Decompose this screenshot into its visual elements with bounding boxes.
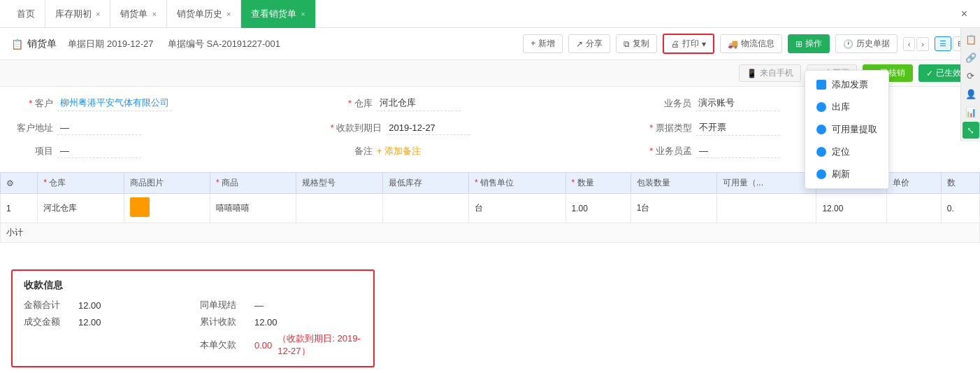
col-img: 商品图片	[124, 173, 210, 194]
doc-title-text: 销货单	[27, 38, 57, 50]
dropdown-outbound[interactable]: 出库	[805, 96, 888, 118]
tab-home[interactable]: 首页	[7, 0, 45, 28]
share-button[interactable]: ↗ 分享	[568, 34, 610, 53]
global-close-button[interactable]: ×	[956, 5, 973, 23]
payment-amount-row: 金额合计 12.00	[24, 299, 186, 311]
payment-same-order-value: —	[254, 300, 264, 311]
customer-value[interactable]: 柳州粤港平安气体有限公司	[57, 95, 172, 111]
tab-sales-history-close[interactable]: ×	[226, 10, 231, 18]
doc-title: 📋 销货单	[11, 38, 57, 50]
subtotal-row: 小计	[1, 223, 980, 243]
tab-inventory-label: 库存期初	[55, 8, 92, 20]
payment-due-value: 0.00	[254, 340, 272, 351]
col-price: 单价	[887, 173, 942, 194]
new-button[interactable]: + 新增	[523, 34, 562, 53]
payment-due-note: （收款到期日: 2019-12-27）	[278, 332, 362, 358]
logistics-button[interactable]: 🚚 物流信息	[720, 34, 782, 53]
row-img	[124, 194, 210, 223]
history-button[interactable]: 🕐 历史单据	[835, 34, 898, 53]
from-phone-button[interactable]: 📱 来自手机	[739, 64, 801, 82]
dropdown-locate[interactable]: 定位	[805, 141, 888, 163]
tab-sales-history[interactable]: 销货单历史 ×	[167, 0, 241, 28]
col-min-stock: 最低库存	[382, 173, 468, 194]
staff-value: 演示账号	[696, 95, 779, 111]
tab-sales-close[interactable]: ×	[152, 10, 156, 18]
sidebar-link-icon[interactable]: 🔗	[963, 49, 979, 66]
add-invoice-label: 添加发票	[832, 78, 868, 91]
gear-icon: ⚙	[6, 178, 14, 188]
row-product: 嘻嘻嘻嘻	[210, 194, 296, 223]
effective-icon: ✓	[926, 69, 933, 78]
prev-button[interactable]: ‹	[903, 37, 916, 51]
col-available: 可用量（...	[717, 173, 816, 194]
tab-inventory[interactable]: 库存期初 ×	[45, 0, 110, 28]
invoice-value: 不开票	[696, 120, 780, 136]
sidebar-expand-icon[interactable]: ⤡	[963, 122, 979, 139]
payment-same-order-row: 同单现结 —	[200, 299, 362, 311]
address-value: —	[57, 121, 141, 135]
warehouse-field: 仓库 河北仓库	[331, 95, 650, 111]
dropdown-available-qty[interactable]: 可用量提取	[805, 118, 888, 141]
phone-icon: 📱	[747, 69, 757, 78]
copy-button[interactable]: ⧉ 复制	[616, 34, 657, 53]
operate-button[interactable]: ⊞ 操作	[788, 34, 830, 53]
right-sidebar: 📋 🔗 ⟳ 👤 📊 ⤡	[960, 28, 980, 141]
sidebar-chart-icon[interactable]: 📊	[963, 104, 979, 120]
tab-inventory-close[interactable]: ×	[96, 10, 100, 18]
locate-label: 定位	[832, 146, 850, 158]
tab-view-sales-close[interactable]: ×	[301, 10, 305, 18]
payment-cumulative-row: 累计收款 12.00	[200, 316, 362, 328]
payment-cumulative-label: 累计收款	[200, 316, 249, 328]
doc-number-value: SA-20191227-001	[207, 38, 281, 49]
doc-date-value: 2019-12-27	[107, 38, 154, 49]
payment-title: 收款信息	[24, 279, 362, 292]
project-value: —	[57, 144, 141, 158]
copy-icon: ⧉	[624, 39, 630, 49]
col-warehouse: 仓库	[38, 173, 124, 194]
doc-title-icon: 📋	[11, 38, 23, 50]
row-other: 0.	[941, 194, 979, 223]
payment-amount-label: 金额合计	[24, 299, 73, 311]
refresh-icon	[816, 169, 826, 179]
sidebar-doc-icon[interactable]: 📋	[963, 31, 979, 48]
subtotal-label: 小计	[1, 223, 980, 243]
add-note-button[interactable]: + 添加备注	[377, 145, 421, 157]
next-button[interactable]: ›	[916, 37, 929, 51]
share-icon: ↗	[576, 39, 583, 49]
project-field: 项目 —	[11, 144, 331, 158]
col-pack-qty: 包装数量	[630, 173, 716, 194]
outbound-icon	[816, 102, 826, 112]
payment-transaction-row: 成交金额 12.00	[24, 316, 186, 328]
address-field: 客户地址 —	[11, 121, 331, 135]
col-gear: ⚙	[1, 173, 38, 194]
col-other: 数	[941, 173, 979, 194]
sidebar-refresh-icon[interactable]: ⟳	[963, 67, 979, 84]
dropdown-refresh[interactable]: 刷新	[805, 163, 888, 185]
dropdown-add-invoice[interactable]: 添加发票	[805, 73, 888, 96]
tab-bar: 首页 库存期初 × 销货单 × 销货单历史 × 查看销货单 × ×	[0, 0, 980, 28]
grid-icon: ⊞	[795, 39, 802, 49]
row-unit: 台	[469, 194, 566, 223]
doc-date-label: 单据日期 2019-12-27	[68, 38, 154, 50]
tab-view-sales[interactable]: 查看销货单 ×	[241, 0, 315, 28]
outbound-label: 出库	[832, 101, 850, 113]
note-field: 备注 + 添加备注	[331, 145, 650, 157]
product-image	[130, 197, 150, 217]
address-label: 客户地址	[11, 122, 53, 134]
refresh-label: 刷新	[832, 168, 850, 181]
nav-arrows: ‹ ›	[903, 37, 929, 51]
col-unit: 销售单位	[469, 173, 566, 194]
row-available	[717, 194, 816, 223]
truck-icon: 🚚	[728, 39, 738, 49]
tab-sales[interactable]: 销货单 ×	[110, 0, 166, 28]
sidebar-user-icon[interactable]: 👤	[963, 85, 979, 102]
payment-date-label: 收款到期日	[331, 122, 382, 134]
payment-cumulative-value: 12.00	[254, 317, 278, 328]
staff-label: 业务员	[649, 97, 691, 110]
customer-label: 客户	[11, 97, 53, 110]
row-min-stock	[382, 194, 468, 223]
print-button[interactable]: 🖨 打印 ▾	[663, 34, 714, 54]
row-num: 1	[1, 194, 38, 223]
history-icon: 🕐	[843, 39, 853, 49]
list-view-button[interactable]: ☰	[935, 36, 951, 51]
